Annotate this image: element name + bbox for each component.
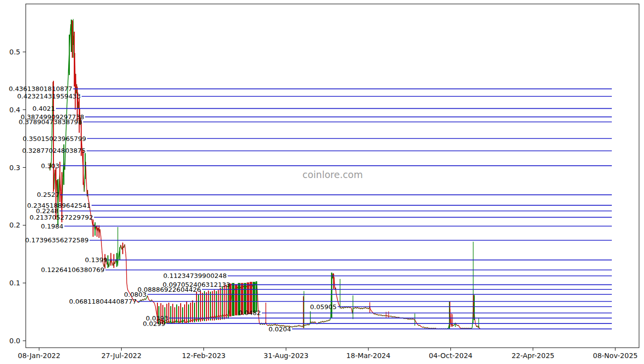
y-tick-label: 0.3 [9, 164, 20, 172]
price-segment [54, 176, 54, 189]
level-label: 0.12264106380769 [41, 266, 104, 273]
price-chart: coinlore.com 08-Jan-202227-Jul-202212-Fe… [0, 0, 644, 364]
price-segment [336, 288, 336, 294]
level-label: 0.05905 [310, 303, 337, 311]
price-segment [68, 62, 69, 74]
price-segment [84, 183, 85, 191]
level-label: 0.1984 [41, 223, 64, 230]
level-label: 0.11234739900248 [163, 272, 227, 279]
y-tick-label: 0.5 [9, 48, 20, 56]
level-label: 0.0803 [124, 291, 147, 298]
level-label: 0.068118044408777 [69, 298, 137, 305]
level-label: 0.32877024803875 [22, 147, 86, 154]
price-segment [125, 244, 125, 250]
x-tick-label: 22-Apr-2025 [511, 352, 554, 360]
level-label: 0.0204 [269, 325, 292, 333]
price-segment [126, 261, 127, 282]
level-label: 0.2527 [37, 191, 60, 198]
y-tick-label: 0.4 [9, 106, 20, 114]
x-tick-label: 31-Aug-2023 [264, 352, 309, 360]
price-segment [476, 324, 476, 325]
price-segment [86, 162, 86, 176]
price-segment [86, 176, 87, 187]
price-segment [68, 74, 68, 85]
price-segment [65, 155, 65, 170]
x-tick-label: 08-Jan-2022 [18, 352, 60, 360]
price-segment [477, 326, 478, 327]
x-tick-label: 18-Mar-2024 [347, 352, 391, 360]
price-segment [55, 170, 55, 184]
x-tick-label: 12-Feb-2023 [182, 352, 225, 360]
price-segment [60, 183, 61, 191]
x-tick-label: 08-Nov-2025 [593, 352, 638, 360]
level-label: 0.0482 [239, 309, 261, 317]
price-segment [88, 190, 88, 198]
price-segment [127, 282, 127, 287]
price-segment [472, 320, 473, 327]
level-label: 0.35015023965799 [23, 135, 86, 142]
y-tick-label: 0.2 [9, 221, 20, 229]
price-segment [63, 168, 63, 178]
price-segment [62, 178, 63, 195]
x-tick-label: 04-Oct-2024 [429, 352, 472, 360]
y-tick-label: 0.0 [9, 337, 20, 345]
level-label: 0.42321431959433 [17, 92, 81, 100]
y-tick-label: 0.1 [9, 279, 20, 287]
level-label: 0.4021 [33, 105, 55, 112]
level-label: 0.303 [41, 162, 59, 170]
price-segment [127, 287, 128, 290]
level-label: 0.37890473838798 [19, 118, 82, 126]
price-segment [59, 179, 59, 189]
watermark: coinlore.com [302, 169, 363, 180]
price-segment [125, 249, 126, 253]
level-label: 0.08886922604426 [138, 286, 201, 293]
level-label: 0.43613801810877 [9, 85, 72, 92]
level-label: 0.0299 [143, 320, 166, 327]
level-label: 0.1399 [85, 256, 108, 264]
level-label: 0.17396356272589 [25, 236, 89, 244]
level-label: 0.21370527229792 [30, 214, 93, 221]
price-segment [475, 319, 475, 322]
price-segment [70, 32, 70, 41]
x-tick-label: 27-Jul-2022 [101, 352, 142, 360]
